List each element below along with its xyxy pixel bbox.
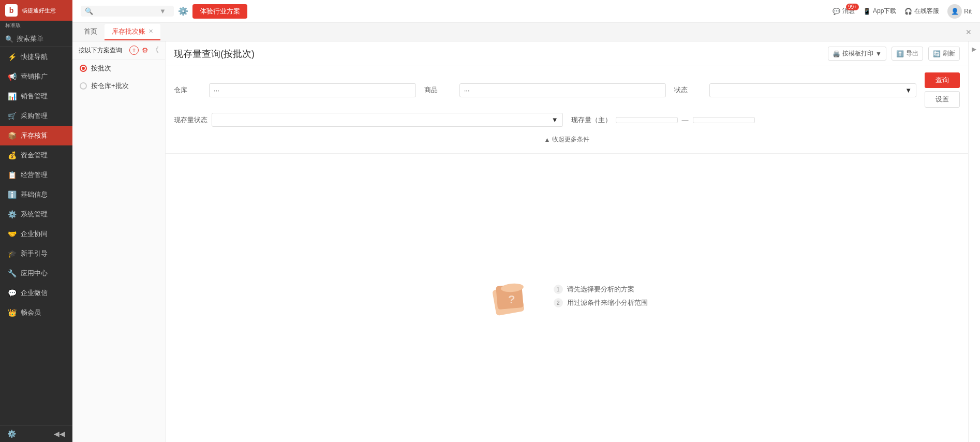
query-button[interactable]: 查询 — [925, 72, 960, 88]
vip-icon: 👑 — [7, 308, 17, 317]
sidebar-item-vip[interactable]: 👑 畅会员 — [0, 303, 72, 322]
print-dropdown-icon[interactable]: ▼ — [875, 50, 882, 57]
filter-collapse-icon[interactable]: 《 — [152, 46, 159, 55]
topbar-right: 💬 消息 99+ 📱 App下载 🎧 在线客服 👤 Rit — [833, 4, 972, 19]
print-label: 按模板打印 — [842, 49, 873, 58]
refresh-btn[interactable]: 🔄 刷新 — [928, 47, 960, 61]
tab-home-label: 首页 — [84, 27, 97, 36]
stock-status-select[interactable]: ▼ — [212, 113, 563, 127]
content-wrapper: 按以下方案查询 + ⚙ 《 按批次 按仓库+批次 现存量查询(按批次) — [72, 41, 980, 442]
sidebar-item-finance[interactable]: 💰 资金管理 — [0, 145, 72, 165]
sidebar-item-label: 企业微信 — [21, 288, 48, 298]
svg-text:?: ? — [508, 293, 515, 306]
collab-icon: 🤝 — [7, 229, 17, 239]
tab-close-main-icon[interactable]: ✕ — [961, 28, 976, 36]
sidebar-search-label: 搜索菜单 — [17, 34, 43, 43]
filter-item-label: 按仓库+批次 — [91, 81, 129, 91]
tab-home[interactable]: 首页 — [77, 24, 105, 40]
user-avatar: 👤 — [947, 4, 962, 19]
topbar-search-box[interactable]: 🔍 ▼ — [81, 6, 174, 17]
empty-tips: 1 请先选择要分析的方案 2 用过滤条件来缩小分析范围 — [554, 285, 648, 312]
settings-button[interactable]: 设置 — [925, 91, 960, 108]
stock-min-input[interactable] — [616, 117, 678, 123]
user-name: Rit — [964, 8, 972, 15]
experience-industry-button[interactable]: 体验行业方案 — [192, 4, 247, 19]
export-btn[interactable]: ⬆️ 导出 — [892, 47, 923, 61]
stock-max-input[interactable] — [693, 117, 755, 123]
stock-amount-field: 现存量（主） — — [571, 115, 960, 125]
filter-item-label: 按批次 — [91, 64, 111, 73]
sidebar-item-label: 基础信息 — [21, 190, 48, 199]
sidebar-header: b 畅捷通好生意 — [0, 0, 72, 21]
sidebar-item-collab[interactable]: 🤝 企业协同 — [0, 224, 72, 244]
export-icon: ⬆️ — [896, 50, 904, 57]
sidebar-item-label: 快捷导航 — [21, 52, 48, 62]
tab-batch-label: 库存批次账 — [112, 27, 145, 36]
filter-add-icon[interactable]: + — [129, 46, 139, 55]
print-icon: 🖨️ — [833, 50, 840, 57]
tab-close-icon[interactable]: ✕ — [149, 28, 153, 35]
topbar: 🔍 ▼ ⚙️ 体验行业方案 💬 消息 99+ 📱 App下载 🎧 在线客服 — [72, 0, 980, 23]
warehouse-dots: ··· — [214, 86, 219, 94]
sidebar-item-purchase[interactable]: 🛒 采购管理 — [0, 106, 72, 126]
filter-panel-actions: + ⚙ 《 — [129, 46, 159, 55]
topbar-search-input[interactable] — [95, 8, 157, 15]
print-btn[interactable]: 🖨️ 按模板打印 ▼ — [828, 47, 886, 61]
sidebar-item-newbie[interactable]: 🎓 新手引导 — [0, 244, 72, 263]
empty-tip-2: 2 用过滤条件来缩小分析范围 — [554, 298, 648, 307]
online-service-btn[interactable]: 🎧 在线客服 — [904, 7, 939, 16]
app-logo: b — [5, 4, 18, 17]
status-field: 状态 ▼ — [674, 83, 916, 97]
topbar-dropdown-icon[interactable]: ▼ — [159, 7, 166, 15]
product-input[interactable]: ··· — [459, 83, 666, 97]
message-badge: 99+ — [846, 4, 859, 10]
search-conditions: 仓库 ··· 商品 ··· 状态 — [166, 66, 968, 154]
collapse-conditions-row[interactable]: ▲ 收起更多条件 — [174, 132, 960, 147]
filter-settings-icon[interactable]: ⚙ — [142, 46, 149, 54]
collapse-label: 收起更多条件 — [552, 135, 589, 144]
sidebar-search[interactable]: 🔍 搜索菜单 — [0, 31, 72, 47]
sidebar-item-wechat[interactable]: 💬 企业微信 — [0, 283, 72, 303]
filter-panel-header: 按以下方案查询 + ⚙ 《 — [72, 41, 165, 60]
condition-buttons: 查询 设置 — [925, 72, 960, 108]
export-label: 导出 — [906, 49, 918, 58]
sidebar-item-basic-info[interactable]: ℹ️ 基础信息 — [0, 185, 72, 204]
right-panel-close[interactable]: ▶ — [968, 41, 980, 442]
warehouse-field: 仓库 ··· — [174, 83, 416, 97]
collapse-sidebar-icon[interactable]: ◀◀ — [54, 430, 65, 438]
tip-num-2: 2 — [554, 298, 563, 307]
sidebar-item-inventory[interactable]: 📦 库存核算 — [0, 126, 72, 145]
topbar-left: 🔍 ▼ ⚙️ 体验行业方案 — [81, 4, 826, 19]
tabbar: 首页 库存批次账 ✕ ✕ — [72, 23, 980, 41]
sidebar-item-app-center[interactable]: 🔧 应用中心 — [0, 263, 72, 283]
sidebar-item-label: 畅会员 — [21, 308, 41, 317]
sidebar-item-label: 库存核算 — [21, 131, 48, 140]
online-service-label: 在线客服 — [914, 7, 939, 16]
empty-tip-1: 1 请先选择要分析的方案 — [554, 285, 648, 294]
message-btn[interactable]: 💬 消息 99+ — [833, 7, 855, 16]
sidebar-item-quick-nav[interactable]: ⚡ 快捷导航 — [0, 47, 72, 67]
settings-footer-icon[interactable]: ⚙️ — [7, 430, 16, 438]
filter-item-by-batch[interactable]: 按批次 — [72, 60, 165, 77]
sidebar-item-label: 采购管理 — [21, 111, 48, 121]
topbar-gear-icon[interactable]: ⚙️ — [178, 6, 188, 16]
status-select[interactable]: ▼ — [709, 83, 916, 97]
stock-amount-label: 现存量（主） — [571, 115, 612, 125]
sidebar-item-sales[interactable]: 📊 销售管理 — [0, 86, 72, 106]
stock-status-chevron-icon: ▼ — [552, 116, 558, 124]
user-avatar-area[interactable]: 👤 Rit — [947, 4, 972, 19]
system-icon: ⚙️ — [7, 210, 17, 219]
brand-name: 畅捷通好生意 — [22, 7, 56, 14]
tip-text-1: 请先选择要分析的方案 — [567, 285, 634, 294]
sidebar-item-marketing[interactable]: 📢 营销推广 — [0, 67, 72, 86]
filter-item-by-warehouse-batch[interactable]: 按仓库+批次 — [72, 77, 165, 95]
topbar-search-icon: 🔍 — [85, 7, 93, 15]
tab-batch-inventory[interactable]: 库存批次账 ✕ — [105, 24, 160, 40]
app-download-btn[interactable]: 📱 App下载 — [863, 7, 896, 16]
service-icon: 🎧 — [904, 8, 912, 15]
warehouse-input[interactable]: ··· — [209, 83, 416, 97]
sidebar-item-system[interactable]: ⚙️ 系统管理 — [0, 204, 72, 224]
right-chevron-icon: ▶ — [971, 46, 978, 53]
sidebar-nav: ⚡ 快捷导航 📢 营销推广 📊 销售管理 🛒 采购管理 📦 库存核算 💰 资金管… — [0, 47, 72, 425]
sidebar-item-management[interactable]: 📋 经营管理 — [0, 165, 72, 185]
